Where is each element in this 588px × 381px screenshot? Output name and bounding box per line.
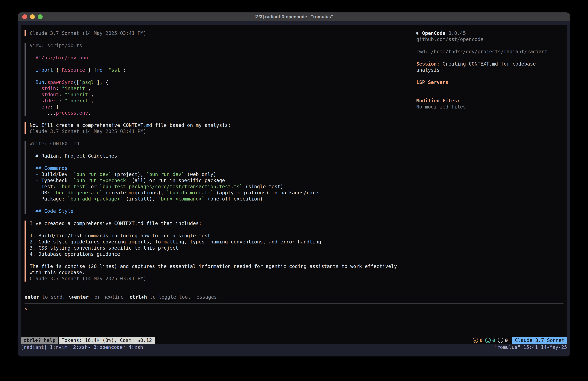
terminal-area: Claude 3.7 Sonnet (14 May 2025 03:41 PM)…: [18, 21, 570, 357]
prompt-symbol: >: [24, 306, 27, 312]
terminal-line: - Test: `bun test` or `bun test packages…: [30, 183, 399, 190]
terminal-line: [416, 91, 568, 98]
terminal-line: import { Resource } from "sst";: [30, 67, 399, 73]
terminal-line: analysis: [416, 67, 568, 73]
tmux-window-list[interactable]: [radiant] 1:nvim 2:zsh- 3:opencode* 4:zs…: [21, 344, 143, 350]
window-titlebar: [2/3] radiant:3:opencode - "romulus": [18, 12, 570, 21]
tool-message-block: Write: CONTEXT.md # Radiant Project Guid…: [24, 141, 399, 214]
terminal-line: - DB: `bun db generate` (create migratio…: [30, 190, 399, 196]
keybinding-hints: enter to send, \+enter for newline, ctrl…: [24, 294, 567, 300]
tool-message-block: View: script/db.ts #!/usr/bin/env bun im…: [24, 43, 399, 116]
terminal-line: [30, 61, 399, 67]
model-badge[interactable]: Claude 3.7 Sonnet: [512, 337, 567, 344]
chat-transcript: Claude 3.7 Sonnet (14 May 2025 03:41 PM)…: [24, 30, 399, 282]
terminal-line: [416, 85, 568, 91]
terminal-line: © OpenCode 0.0.45: [416, 30, 568, 36]
terminal-line: stderr: "inherit",: [30, 98, 399, 104]
terminal-line: [30, 159, 399, 165]
terminal-line: Claude 3.7 Sonnet (14 May 2025 03:41 PM): [30, 30, 399, 36]
terminal-line: [416, 43, 568, 49]
terminal-line: - TypeCheck: `bun run typecheck` (all) o…: [30, 178, 399, 183]
terminal-line: stdin: "inherit",: [30, 85, 399, 91]
terminal-line: 2. Code style guidelines covering import…: [30, 239, 399, 245]
terminal-window: [2/3] radiant:3:opencode - "romulus" Cla…: [18, 12, 570, 357]
terminal-line: LSP Servers: [416, 79, 568, 85]
status-bar: ctrl+? help Tokens: 16.4K (8%), Cost: $0…: [21, 337, 567, 344]
terminal-line: env: {: [30, 104, 399, 110]
tmux-session-info: "romulus" 15:41 14-May-25: [494, 344, 567, 350]
terminal-line: Now I'll create a comprehensive CONTEXT.…: [30, 122, 399, 128]
h-circle-icon: h: [498, 337, 503, 343]
terminal-line: 3. CSS styling conventions specific to t…: [30, 245, 399, 251]
i-circle-icon: i: [485, 337, 491, 343]
counter-value: 0: [505, 337, 508, 343]
terminal-line: Claude 3.7 Sonnet (14 May 2025 03:41 PM): [30, 128, 399, 134]
assistant-message-block: Claude 3.7 Sonnet (14 May 2025 03:41 PM): [24, 30, 399, 36]
terminal-line: stdout: "inherit",: [30, 91, 399, 98]
tokens-cost-badge: Tokens: 16.4K (8%), Cost: $0.12: [59, 337, 155, 344]
diagnostics-counters: w0i0h0: [473, 337, 508, 343]
terminal-line: [416, 73, 568, 79]
terminal-line: [30, 49, 399, 55]
terminal-line: cwd: /home/thdxr/dev/projects/radiant/ra…: [416, 49, 568, 55]
terminal-line: The file is concise (20 lines) and captu…: [30, 263, 399, 269]
counter-value: 0: [492, 337, 495, 343]
terminal-line: [416, 55, 568, 61]
terminal-line: Bun.spawnSync([`psql`], {: [30, 79, 399, 85]
terminal-line: ## Commands: [30, 165, 399, 171]
terminal-line: [30, 202, 399, 208]
help-badge[interactable]: ctrl+? help: [21, 337, 58, 344]
terminal-line: #!/usr/bin/env bun: [30, 55, 399, 61]
terminal-line: with this codebase.: [30, 269, 399, 276]
w-counter: w0: [473, 337, 483, 343]
terminal-line: - Package: `bun add <package>` (install)…: [30, 196, 399, 202]
window-title: [2/3] radiant:3:opencode - "romulus": [18, 14, 570, 19]
terminal-line: [30, 147, 399, 153]
terminal-line: Modified Files:: [416, 98, 568, 104]
assistant-message-block: I've created a comprehensive CONTEXT.md …: [24, 220, 399, 282]
terminal-line: github.com/sst/opencode: [416, 36, 568, 43]
terminal-line: No modified files: [416, 104, 568, 110]
terminal-line: Write: CONTEXT.md: [30, 141, 399, 147]
opencode-app: Claude 3.7 Sonnet (14 May 2025 03:41 PM)…: [21, 25, 567, 344]
terminal-line: [30, 73, 399, 79]
i-counter: i0: [485, 337, 495, 343]
info-sidebar: © OpenCode 0.0.45github.com/sst/opencode…: [416, 30, 568, 110]
counter-value: 0: [480, 337, 483, 343]
prompt-input[interactable]: >: [24, 306, 567, 312]
terminal-line: View: script/db.ts: [30, 43, 399, 49]
terminal-line: 1. Build/lint/test commands including ho…: [30, 233, 399, 239]
tmux-status-bar: [radiant] 1:nvim 2:zsh- 3:opencode* 4:zs…: [21, 344, 567, 351]
terminal-line: - Build/Dev: `bun run dev` (project), `b…: [30, 171, 399, 178]
terminal-line: I've created a comprehensive CONTEXT.md …: [30, 220, 399, 226]
terminal-line: 4. Database operations guidance: [30, 251, 399, 257]
terminal-line: [30, 226, 399, 233]
terminal-line: Claude 3.7 Sonnet (14 May 2025 03:41 PM): [30, 276, 399, 282]
h-counter: h0: [498, 337, 508, 343]
assistant-message-block: Now I'll create a comprehensive CONTEXT.…: [24, 122, 399, 134]
w-circle-icon: w: [473, 337, 478, 343]
terminal-line: ## Code Style: [30, 208, 399, 214]
terminal-line: [30, 257, 399, 263]
terminal-line: Session: Creating CONTEXT.md for codebas…: [416, 61, 568, 67]
input-separator: [24, 303, 564, 304]
terminal-line: ...process.env,: [30, 110, 399, 116]
terminal-line: # Radiant Project Guidelines: [30, 153, 399, 159]
